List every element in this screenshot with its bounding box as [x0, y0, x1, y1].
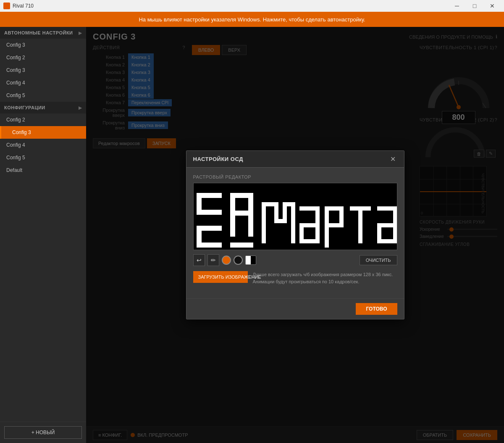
sidebar-item-autonomous-config4[interactable]: Config 4 [0, 76, 86, 89]
svg-rect-43 [393, 206, 397, 243]
new-button[interactable]: + НОВЫЙ [4, 426, 82, 439]
undo-button[interactable]: ↩ [193, 254, 205, 266]
minimize-button[interactable]: ─ [449, 0, 465, 12]
warning-text: На мышь влияют настройки указателя Windo… [139, 16, 365, 23]
svg-rect-13 [197, 210, 222, 215]
sidebar-item-config5[interactable]: Config 5 [0, 151, 86, 164]
canvas-area[interactable] [193, 183, 397, 250]
svg-rect-24 [262, 202, 266, 243]
svg-rect-23 [230, 243, 253, 248]
svg-rect-39 [325, 223, 344, 227]
svg-rect-46 [377, 239, 397, 243]
svg-rect-16 [197, 243, 222, 248]
sidebar-item-config2[interactable]: Config 2 [0, 113, 86, 126]
modal-body: РАСТРОВЫЙ РЕДАКТОР [186, 168, 404, 298]
modal-header: НАСТРОЙКИ ОСД ✕ [186, 151, 404, 168]
config-section-header: КОНФИГУРАЦИИ ▶ [0, 102, 86, 113]
app-title: Rival 710 [13, 3, 34, 9]
autonomous-label: АВТОНОМНЫЕ НАСТРОЙКИ [4, 30, 73, 35]
title-bar: Rival 710 ─ □ ✕ [0, 0, 504, 12]
maximize-button[interactable]: □ [466, 0, 483, 12]
white-color-button[interactable] [222, 256, 231, 265]
close-button[interactable]: ✕ [484, 0, 501, 12]
sidebar: АВТОНОМНЫЕ НАСТРОЙКИ ▶ Config 3 Config 2… [0, 27, 86, 443]
black-color-button[interactable] [234, 256, 243, 265]
svg-rect-41 [358, 211, 362, 243]
config-arrow: ▶ [79, 105, 82, 110]
osd-settings-modal: НАСТРОЙКИ ОСД ✕ РАСТРОВЫЙ РЕДАКТОР [186, 150, 404, 319]
content-area: CONFIG 3 СВЕДЕНИЯ О ПРОДУКТЕ И ПОМОЩЬ ℹ … [86, 27, 504, 443]
toolbar-left: ↩ ✏ [193, 254, 256, 266]
sidebar-item-config4[interactable]: Config 4 [0, 139, 86, 151]
toolbar-row: ↩ ✏ ОЧИСТИТЬ [193, 254, 397, 266]
invert-button[interactable] [245, 256, 256, 265]
svg-rect-20 [230, 211, 253, 216]
clear-button[interactable]: ОЧИСТИТЬ [360, 255, 397, 265]
sidebar-item-autonomous-config2[interactable]: Config 2 [0, 51, 86, 64]
svg-rect-22 [248, 216, 253, 237]
modal-overlay: НАСТРОЙКИ ОСД ✕ РАСТРОВЫЙ РЕДАКТОР [86, 27, 504, 443]
sidebar-item-autonomous-config3[interactable]: Config 3 [0, 39, 86, 51]
modal-title: НАСТРОЙКИ ОСД [193, 156, 243, 162]
raster-editor-label: РАСТРОВЫЙ РЕДАКТОР [193, 174, 397, 179]
upload-image-button[interactable]: ЗАГРУЗИТЬ ИЗОБРАЖЕНИЕ [193, 271, 248, 283]
canvas-svg [193, 185, 397, 248]
svg-rect-30 [291, 202, 295, 243]
svg-rect-32 [315, 206, 320, 243]
warning-bar[interactable]: На мышь влияют настройки указателя Windo… [0, 12, 504, 27]
svg-rect-21 [230, 216, 235, 237]
active-indicator [6, 131, 10, 134]
app-icon [3, 3, 10, 9]
sidebar-item-default[interactable]: Default [0, 164, 86, 177]
autonomous-section-header: АВТОНОМНЫЕ НАСТРОЙКИ ▶ [0, 27, 86, 39]
sidebar-item-autonomous-config3b[interactable]: Config 3 [0, 64, 86, 76]
done-button[interactable]: ГОТОВО [356, 303, 397, 315]
main-layout: АВТОНОМНЫЕ НАСТРОЙКИ ▶ Config 3 Config 2… [0, 27, 504, 443]
modal-footer: ГОТОВО [186, 298, 404, 319]
svg-rect-40 [350, 206, 371, 211]
title-bar-left: Rival 710 [3, 3, 34, 9]
svg-rect-27 [274, 219, 287, 223]
sidebar-bottom: + НОВЫЙ [0, 422, 86, 443]
autonomous-arrow: ▶ [79, 31, 82, 35]
modal-close-button[interactable]: ✕ [388, 155, 397, 163]
title-bar-controls: ─ □ ✕ [449, 0, 501, 12]
svg-rect-26 [274, 202, 278, 219]
upload-row: ЗАГРУЗИТЬ ИЗОБРАЖЕНИЕ Лучше всего загруж… [193, 271, 397, 285]
sidebar-item-config3[interactable]: Config 3 [0, 126, 86, 139]
pencil-button[interactable]: ✏ [207, 254, 219, 266]
upload-hint: Лучше всего загружать ч/б изображения ра… [253, 271, 397, 285]
config-label: КОНФИГУРАЦИИ [4, 105, 45, 110]
sidebar-item-autonomous-config5[interactable]: Config 5 [0, 89, 86, 102]
svg-rect-35 [299, 239, 320, 243]
